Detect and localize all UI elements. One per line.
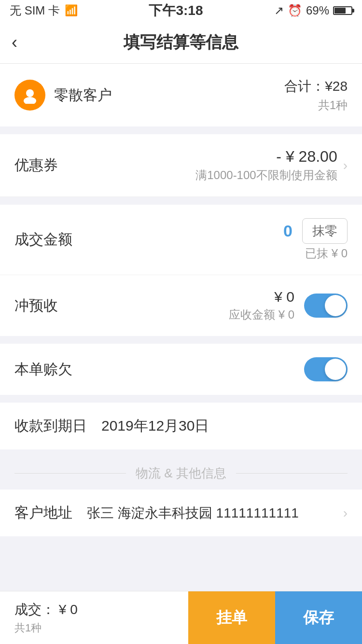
debt-toggle-knob: [325, 359, 346, 380]
coupon-right: - ¥ 28.00 满1000-100不限制使用金额 ›: [195, 148, 348, 183]
transaction-value[interactable]: 0: [283, 222, 292, 240]
transaction-right: 0 抹零 已抹 ¥ 0: [283, 218, 348, 261]
save-button[interactable]: 保存: [275, 591, 362, 644]
nav-bar: ‹ 填写结算等信息: [0, 21, 362, 64]
status-left: 无 SIM 卡 📶: [10, 3, 78, 18]
location-icon: ↗: [274, 4, 284, 17]
prepayment-toggle[interactable]: [304, 294, 348, 318]
customer-right: 合计：¥28 共1种: [284, 77, 348, 113]
address-value: 张三 海淀永丰科技园 11111111111: [87, 504, 343, 522]
customer-count: 共1种: [284, 98, 348, 113]
duedate-label: 收款到期日: [14, 416, 87, 436]
status-time: 下午3:18: [149, 1, 203, 20]
back-button[interactable]: ‹: [12, 32, 17, 53]
prepayment-right: ¥ 0 应收金额 ¥ 0: [229, 289, 348, 322]
coupon-discount: - ¥ 28.00: [195, 148, 337, 166]
prepayment-row: 冲预收 ¥ 0 应收金额 ¥ 0: [0, 275, 362, 336]
status-right: ↗ ⏰ 69%: [274, 4, 352, 17]
svg-point-1: [24, 97, 36, 104]
svg-point-0: [26, 89, 34, 97]
customer-left: 零散客户: [14, 80, 112, 111]
main-content: 零散客户 合计：¥28 共1种 优惠券 - ¥ 28.00 满1000-100不…: [0, 64, 362, 602]
transaction-sub: 已抹 ¥ 0: [283, 246, 348, 261]
bottom-count: 共1种: [14, 621, 174, 635]
debt-toggle[interactable]: [304, 357, 348, 381]
debt-label: 本单赊欠: [14, 360, 72, 379]
duedate-row: 收款到期日 2019年12月30日: [14, 416, 348, 436]
page-title: 填写结算等信息: [124, 31, 238, 54]
bottom-deal-label: 成交：: [14, 602, 55, 617]
wifi-icon: 📶: [65, 4, 78, 17]
coupon-value: - ¥ 28.00 满1000-100不限制使用金额: [195, 148, 337, 183]
customer-name: 零散客户: [54, 85, 112, 105]
logistics-divider-row: 物流 & 其他信息: [0, 465, 362, 482]
bottom-info: 成交： ¥ 0 共1种: [0, 601, 188, 635]
prepayment-sub: 应收金额 ¥ 0: [229, 307, 294, 322]
divider-line-right: [236, 473, 348, 474]
roundoff-button[interactable]: 抹零: [302, 218, 348, 244]
logistics-divider-section: 物流 & 其他信息: [0, 457, 362, 490]
battery-icon: [333, 6, 352, 15]
address-label: 客户地址: [14, 503, 72, 523]
prepayment-amount: ¥ 0 应收金额 ¥ 0: [229, 289, 294, 322]
bottom-deal-row: 成交： ¥ 0: [14, 601, 174, 619]
coupon-row[interactable]: 优惠券 - ¥ 28.00 满1000-100不限制使用金额 ›: [0, 134, 362, 197]
bottom-bar: 成交： ¥ 0 共1种 挂单 保存: [0, 591, 362, 644]
bottom-buttons: 挂单 保存: [188, 591, 362, 644]
avatar: [14, 80, 45, 111]
coupon-desc: 满1000-100不限制使用金额: [195, 168, 337, 183]
carrier-label: 无 SIM 卡: [10, 3, 60, 18]
prepayment-value: ¥ 0: [229, 289, 294, 305]
coupon-chevron-icon: ›: [343, 158, 348, 173]
address-section[interactable]: 客户地址 张三 海淀永丰科技园 11111111111 ›: [0, 490, 362, 536]
hold-button[interactable]: 挂单: [188, 591, 275, 644]
prepayment-label: 冲预收: [14, 296, 72, 316]
customer-total: 合计：¥28: [284, 77, 348, 96]
debt-section: 本单赊欠: [0, 344, 362, 395]
customer-row: 零散客户 合计：¥28 共1种: [0, 64, 362, 126]
duedate-section: 收款到期日 2019年12月30日: [0, 403, 362, 449]
alarm-icon: ⏰: [288, 4, 302, 17]
transaction-row: 成交金额 0 抹零 已抹 ¥ 0: [0, 205, 362, 275]
transaction-label: 成交金额: [14, 230, 72, 250]
amount-section: 成交金额 0 抹零 已抹 ¥ 0 冲预收 ¥ 0 应收金额 ¥ 0: [0, 205, 362, 336]
address-chevron-icon: ›: [343, 505, 348, 521]
amount-input-area: 0 抹零: [283, 218, 348, 244]
coupon-section: 优惠券 - ¥ 28.00 满1000-100不限制使用金额 ›: [0, 134, 362, 197]
duedate-value: 2019年12月30日: [101, 416, 209, 436]
coupon-label: 优惠券: [14, 155, 72, 175]
toggle-knob: [325, 295, 346, 316]
status-bar: 无 SIM 卡 📶 下午3:18 ↗ ⏰ 69%: [0, 0, 362, 21]
bottom-deal-amount: ¥ 0: [59, 602, 78, 617]
logistics-title: 物流 & 其他信息: [126, 465, 236, 482]
battery-percent: 69%: [306, 4, 329, 17]
divider-line-left: [14, 473, 126, 474]
